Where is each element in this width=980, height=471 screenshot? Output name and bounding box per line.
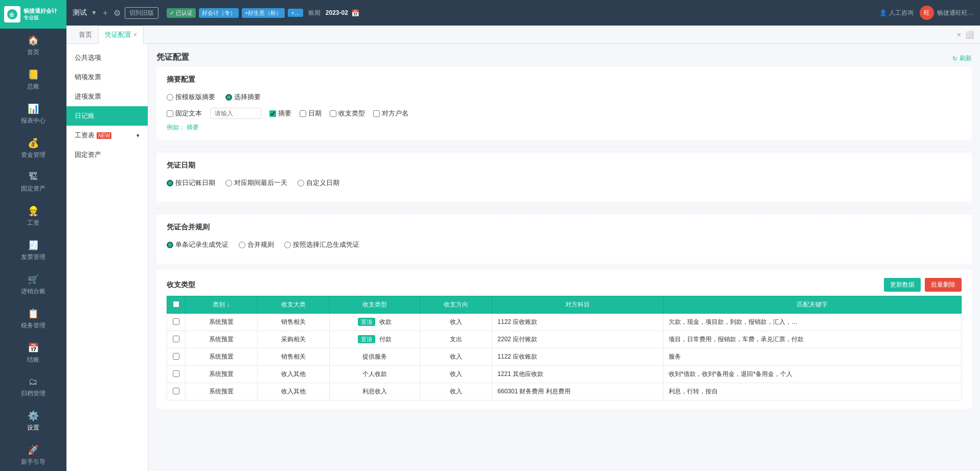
topbar-tag-more: +… — [288, 9, 303, 17]
tab-voucher-config-label: 凭证配置 — [105, 30, 131, 39]
summary-radio-template[interactable]: 按模板版摘要 — [167, 92, 215, 102]
checkbox-summary-input[interactable] — [269, 110, 276, 117]
topbar: 测试 ▼ ＋ ⚙ 切到旧版 ✓ 已认证 好会计（专） +好生意（标） +… 账期… — [66, 0, 980, 26]
left-panel-item-public[interactable]: 公共选项 — [66, 48, 148, 67]
checkbox-date[interactable]: 日期 — [300, 109, 322, 118]
checkbox-fixed-text-input[interactable] — [167, 110, 173, 117]
left-panel-item-diary-label: 日记账 — [75, 111, 95, 121]
table-row: 系统预置 采购相关 置顶 付款 支出 2202 应付账款 项目，日常费用，报销款… — [167, 331, 962, 348]
merge-radio-single-label: 单条记录生成凭证 — [175, 240, 229, 249]
left-panel-item-diary[interactable]: 日记账 — [66, 106, 148, 126]
tab-close-icon[interactable]: × — [133, 31, 137, 38]
divider-2 — [156, 208, 972, 208]
topbar-calendar-icon[interactable]: 📅 — [351, 9, 359, 17]
checkbox-date-input[interactable] — [300, 110, 306, 117]
sidebar-item-close[interactable]: 📅 结账 — [0, 336, 66, 370]
merge-radio-single-input[interactable] — [167, 242, 173, 248]
left-panel-item-sales[interactable]: 销项发票 — [66, 67, 148, 87]
left-panel-item-fixed-assets-label: 固定资产 — [75, 150, 101, 159]
checkbox-income-type[interactable]: 收支类型 — [330, 109, 365, 118]
summary-radio-template-input[interactable] — [167, 94, 173, 101]
sidebar-item-home-label: 首页 — [27, 48, 39, 57]
sidebar-item-report-label: 报表中心 — [21, 116, 45, 125]
left-panel-item-fixed-assets[interactable]: 固定资产 — [66, 145, 148, 164]
col-checkbox[interactable] — [167, 296, 186, 314]
window-expand-button[interactable]: ⬜ — [965, 31, 974, 39]
checkbox-summary-label: 摘要 — [278, 109, 291, 118]
topbar-dropdown-arrow[interactable]: ▼ — [91, 9, 97, 16]
topbar-settings-icon[interactable]: ⚙ — [113, 8, 121, 18]
batch-delete-button[interactable]: 批量删除 — [925, 278, 962, 292]
merge-radio-summary[interactable]: 按照选择汇总生成凭证 — [284, 240, 359, 249]
date-radio-diary-input[interactable] — [167, 180, 173, 186]
col-type: 收支类型 — [330, 296, 420, 314]
sidebar-item-salary[interactable]: 👷 工资 — [0, 199, 66, 233]
refresh-button[interactable]: ↻ 刷新 — [952, 54, 972, 63]
sidebar-item-fund[interactable]: 💰 资金管理 — [0, 131, 66, 166]
checkbox-income-type-input[interactable] — [330, 110, 336, 117]
sidebar-item-assets[interactable]: 🏗 固定资产 — [0, 166, 66, 199]
summary-radio-group: 按模板版摘要 选择摘要 — [167, 92, 962, 102]
table-row: 系统预置 收入其他 个人收款 收入 1221 其他应收款 收到*借款，收到*备用… — [167, 366, 962, 383]
sidebar-item-archive[interactable]: 🗂 归档管理 — [0, 370, 66, 404]
date-radio-last-day[interactable]: 对应期间最后一天 — [225, 178, 287, 187]
help-label: 人工咨询 — [889, 9, 914, 17]
tab-voucher-config[interactable]: 凭证配置 × — [98, 26, 144, 44]
summary-section: 摘要配置 按模板版摘要 选择摘要 固定文本 — [156, 67, 972, 140]
sidebar-item-invoice[interactable]: 🧾 发票管理 — [0, 233, 66, 268]
merge-radio-rule-label: 合并规则 — [247, 240, 274, 249]
summary-radio-select[interactable]: 选择摘要 — [225, 92, 261, 102]
select-all-checkbox[interactable] — [173, 301, 179, 308]
merge-radio-rule-input[interactable] — [239, 242, 245, 248]
date-radio-last-day-label: 对应期间最后一天 — [234, 178, 287, 187]
row-checkbox-2[interactable] — [167, 348, 186, 366]
date-radio-custom-input[interactable] — [298, 180, 304, 186]
row-checkbox-1[interactable] — [167, 331, 186, 348]
tab-home[interactable]: 首页 — [73, 26, 98, 43]
sidebar-item-report[interactable]: 📊 报表中心 — [0, 97, 66, 131]
summary-radio-select-input[interactable] — [225, 94, 232, 101]
topbar-add-button[interactable]: ＋ — [101, 8, 109, 18]
checkbox-fixed-text-label: 固定文本 — [175, 109, 202, 118]
merge-radio-single[interactable]: 单条记录生成凭证 — [167, 240, 229, 249]
table-row: 系统预置 收入其他 利息收入 收入 660301 财务费用 利息费用 利息，行转… — [167, 383, 962, 401]
help-button[interactable]: 👤 人工咨询 — [879, 9, 914, 17]
row-checkbox-3[interactable] — [167, 366, 186, 383]
sidebar-item-guide-label: 新手引导 — [21, 458, 45, 466]
row-major-4: 收入其他 — [258, 383, 330, 401]
checkbox-counterpart-name-input[interactable] — [373, 110, 380, 117]
sidebar-item-settings[interactable]: ⚙️ 设置 — [0, 404, 66, 438]
home-icon: 🏠 — [28, 35, 39, 46]
date-radio-last-day-input[interactable] — [225, 180, 232, 186]
fixed-text-input[interactable] — [210, 108, 261, 119]
refresh-label: 刷新 — [960, 54, 972, 63]
checkbox-counterpart-name[interactable]: 对方户名 — [373, 109, 408, 118]
row-subject-4: 660301 财务费用 利息费用 — [492, 383, 664, 401]
sidebar-item-ledger[interactable]: 📒 总账 — [0, 63, 66, 97]
main-area: 测试 ▼ ＋ ⚙ 切到旧版 ✓ 已认证 好会计（专） +好生意（标） +… 账期… — [66, 0, 980, 471]
checkbox-fixed-text[interactable]: 固定文本 — [167, 109, 202, 118]
topbar-tags: ✓ 已认证 好会计（专） +好生意（标） +… 账期 2023-02 📅 — [167, 8, 359, 18]
update-data-button[interactable]: 更新数据 — [884, 278, 921, 292]
merge-radio-rule[interactable]: 合并规则 — [239, 240, 274, 249]
sidebar-item-tax[interactable]: 📋 税务管理 — [0, 302, 66, 336]
date-radio-diary[interactable]: 按日记账日期 — [167, 178, 215, 187]
sidebar-item-salary-label: 工资 — [27, 219, 39, 227]
user-menu[interactable]: 旺 畅捷通旺旺… — [920, 6, 974, 20]
checkbox-summary[interactable]: 摘要 — [269, 109, 291, 118]
left-panel-item-purchase-invoice[interactable]: 进项发票 — [66, 87, 148, 106]
row-checkbox-0[interactable] — [167, 314, 186, 331]
row-checkbox-4[interactable] — [167, 383, 186, 401]
row-keywords-3: 收到*借款，收到*备用金，退回*备用金，个人 — [663, 366, 961, 383]
row-type-4: 利息收入 — [330, 383, 420, 401]
left-panel-item-payroll[interactable]: 工资表 NEW ▾ — [66, 126, 148, 145]
sidebar-item-invoice-label: 发票管理 — [21, 253, 45, 262]
purchase-icon: 🛒 — [28, 274, 39, 285]
window-close-button[interactable]: × — [957, 31, 961, 39]
sidebar-item-home[interactable]: 🏠 首页 — [0, 29, 66, 63]
switch-version-button[interactable]: 切到旧版 — [125, 7, 158, 19]
sidebar-item-guide[interactable]: 🚀 新手引导 — [0, 438, 66, 471]
merge-radio-summary-input[interactable] — [284, 242, 291, 248]
date-radio-custom[interactable]: 自定义日期 — [298, 178, 339, 187]
sidebar-item-purchase[interactable]: 🛒 进销台账 — [0, 268, 66, 302]
